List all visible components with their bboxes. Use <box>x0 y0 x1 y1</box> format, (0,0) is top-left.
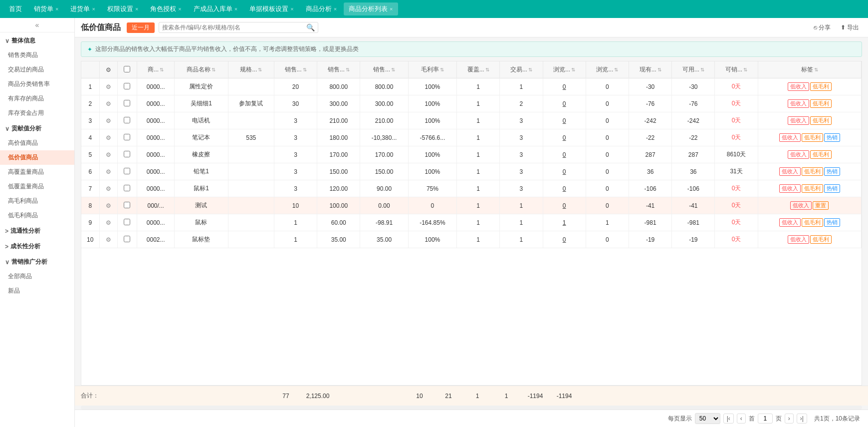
nav-item-商品分析[interactable]: 商品分析× <box>301 2 342 15</box>
row-checkbox[interactable] <box>124 83 130 89</box>
row-settings[interactable]: ⚙ <box>99 129 117 146</box>
row-settings[interactable]: ⚙ <box>99 214 117 231</box>
row-browse1[interactable]: 0 <box>543 129 586 146</box>
close-icon[interactable]: × <box>55 6 58 12</box>
nav-item-权限设置[interactable]: 权限设置× <box>102 2 143 15</box>
row-checkbox[interactable] <box>124 202 130 208</box>
col-header-saleable[interactable]: 可销...⇅ <box>715 61 758 78</box>
sidebar-item-低覆盖量商品[interactable]: 低覆盖量商品 <box>0 179 74 194</box>
close-icon[interactable]: × <box>135 6 138 12</box>
close-icon[interactable]: × <box>92 6 95 12</box>
browse1-link[interactable]: 0 <box>563 151 566 158</box>
row-gear-icon[interactable]: ⚙ <box>106 185 111 192</box>
row-checkbox[interactable] <box>124 134 130 140</box>
col-header-margin[interactable]: 毛利率⇅ <box>408 61 456 78</box>
row-checkbox[interactable] <box>124 185 130 191</box>
col-header-browse1[interactable]: 浏览...⇅ <box>543 61 586 78</box>
horizontal-scrollbar[interactable] <box>81 406 862 410</box>
close-icon[interactable]: × <box>234 6 237 12</box>
sidebar-item-低毛利商品[interactable]: 低毛利商品 <box>0 208 74 223</box>
row-checkbox[interactable] <box>124 219 130 225</box>
row-browse1[interactable]: 0 <box>543 78 586 95</box>
row-checkbox[interactable] <box>124 236 130 242</box>
row-checkbox-cell[interactable] <box>117 214 137 231</box>
select-all-checkbox[interactable] <box>124 66 130 72</box>
collapse-icon[interactable]: « <box>35 21 39 29</box>
browse1-link[interactable]: 0 <box>563 134 566 141</box>
nav-item-单据模板设置[interactable]: 单据模板设置× <box>244 2 298 15</box>
export-button[interactable]: ⬆ 导出 <box>838 22 862 33</box>
sidebar-item-销售类商品[interactable]: 销售类商品 <box>0 48 74 62</box>
nav-item-商品分析列表[interactable]: 商品分析列表× <box>344 2 398 15</box>
browse1-link[interactable]: 0 <box>563 168 566 175</box>
row-browse1[interactable]: 0 <box>543 180 586 197</box>
col-header-available[interactable]: 可用...⇅ <box>672 61 715 78</box>
row-browse1[interactable]: 1 <box>543 214 586 231</box>
nav-item-销货单[interactable]: 销货单× <box>29 2 63 15</box>
row-gear-icon[interactable]: ⚙ <box>106 134 111 141</box>
browse1-link[interactable]: 0 <box>563 202 566 209</box>
next-page-button[interactable]: › <box>785 414 794 424</box>
row-settings[interactable]: ⚙ <box>99 197 117 214</box>
col-header-cover[interactable]: 覆盖...⇅ <box>457 61 500 78</box>
search-input[interactable] <box>162 24 306 31</box>
row-checkbox-cell[interactable] <box>117 112 137 129</box>
row-gear-icon[interactable]: ⚙ <box>106 151 111 158</box>
browse1-link[interactable]: 0 <box>563 100 566 107</box>
row-browse1[interactable]: 0 <box>543 146 586 163</box>
col-header-browse2[interactable]: 浏览...⇅ <box>586 61 629 78</box>
nav-item-角色授权[interactable]: 角色授权× <box>145 2 186 15</box>
sidebar-item-高价值商品[interactable]: 高价值商品 <box>0 136 74 150</box>
row-browse1[interactable]: 0 <box>543 112 586 129</box>
row-checkbox[interactable] <box>124 151 130 157</box>
row-checkbox-cell[interactable] <box>117 78 137 95</box>
share-button[interactable]: ⎋ 分享 <box>811 22 834 33</box>
nav-item-首页[interactable]: 首页 <box>4 2 27 15</box>
row-checkbox-cell[interactable] <box>117 95 137 112</box>
row-gear-icon[interactable]: ⚙ <box>106 100 111 107</box>
settings-icon[interactable]: ⚙ <box>106 66 111 73</box>
sidebar-item-高覆盖量商品[interactable]: 高覆盖量商品 <box>0 165 74 179</box>
first-page-button[interactable]: |‹ <box>723 414 734 424</box>
col-header-tags[interactable]: 标签⇅ <box>758 61 861 78</box>
close-icon[interactable]: × <box>290 6 293 12</box>
nav-item-进货单[interactable]: 进货单× <box>65 2 100 15</box>
row-settings[interactable]: ⚙ <box>99 180 117 197</box>
row-checkbox-cell[interactable] <box>117 180 137 197</box>
row-settings[interactable]: ⚙ <box>99 78 117 95</box>
prev-page-button[interactable]: ‹ <box>737 414 746 424</box>
row-checkbox-cell[interactable] <box>117 163 137 180</box>
row-gear-icon[interactable]: ⚙ <box>106 83 111 90</box>
row-gear-icon[interactable]: ⚙ <box>106 236 111 243</box>
row-checkbox-cell[interactable] <box>117 197 137 214</box>
row-checkbox-cell[interactable] <box>117 146 137 163</box>
sidebar-item-新品[interactable]: 新品 <box>0 284 74 298</box>
close-icon[interactable]: × <box>334 6 337 12</box>
row-browse1[interactable]: 0 <box>543 231 586 248</box>
row-browse1[interactable]: 0 <box>543 95 586 112</box>
row-gear-icon[interactable]: ⚙ <box>106 202 111 209</box>
row-settings[interactable]: ⚙ <box>99 146 117 163</box>
browse1-link[interactable]: 0 <box>563 117 566 124</box>
sidebar-section-营销推广分析[interactable]: ∨营销推广分析 <box>0 254 74 269</box>
browse1-link[interactable]: 0 <box>563 236 566 243</box>
close-icon[interactable]: × <box>178 6 181 12</box>
sidebar-section-贡献值分析[interactable]: ∨贡献值分析 <box>0 120 74 136</box>
col-header-sales1[interactable]: 销售...⇅ <box>274 61 317 78</box>
page-size-select[interactable]: 50 100 <box>695 413 720 424</box>
col-header-sales2[interactable]: 销售...⇅ <box>317 61 360 78</box>
last-page-button[interactable]: ›| <box>797 414 807 424</box>
filter-button[interactable]: 近一月 <box>127 22 155 33</box>
nav-item-产成品入库单[interactable]: 产成品入库单× <box>189 2 242 15</box>
row-settings[interactable]: ⚙ <box>99 163 117 180</box>
row-settings[interactable]: ⚙ <box>99 112 117 129</box>
browse1-link[interactable]: 1 <box>563 219 566 226</box>
row-checkbox-cell[interactable] <box>117 129 137 146</box>
row-browse1[interactable]: 0 <box>543 163 586 180</box>
row-checkbox[interactable] <box>124 100 130 106</box>
sidebar-item-交易过的商品[interactable]: 交易过的商品 <box>0 62 74 77</box>
page-number-input[interactable] <box>758 414 773 424</box>
close-icon[interactable]: × <box>390 6 393 12</box>
sidebar-section-整体信息[interactable]: ∨整体信息 <box>0 32 74 48</box>
row-settings[interactable]: ⚙ <box>99 95 117 112</box>
